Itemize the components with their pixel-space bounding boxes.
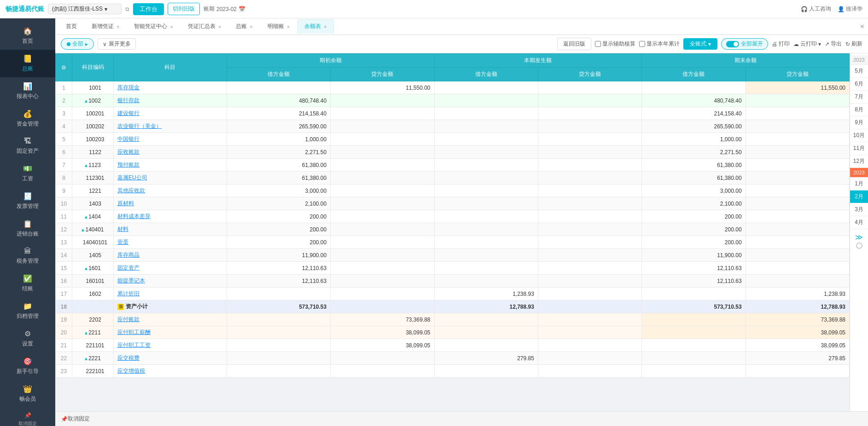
month-12[interactable]: 12月	[850, 155, 868, 168]
month-3[interactable]: 3月	[850, 203, 868, 216]
row-name[interactable]: 库存现金	[114, 81, 227, 94]
row-name[interactable]: 其他应收款	[114, 184, 227, 197]
tab-general-ledger-close[interactable]: ×	[250, 24, 252, 29]
amount-cell	[746, 197, 849, 210]
tab-detail-ledger[interactable]: 明细账 ×	[261, 19, 297, 34]
show-ytd-checkbox[interactable]: 显示本年累计	[639, 40, 680, 48]
sidebar-item-assets[interactable]: 🏗 固定资产	[0, 132, 55, 160]
row-name[interactable]: 农业银行（美金）	[114, 120, 227, 133]
month-4[interactable]: 4月	[850, 216, 868, 229]
style-button[interactable]: 全账式 ▾	[683, 38, 717, 50]
row-name[interactable]: 中国银行	[114, 133, 227, 146]
closing-debit-header: 借方金额	[642, 68, 746, 81]
month-9[interactable]: 9月	[850, 116, 868, 129]
month-10[interactable]: 10月	[850, 129, 868, 142]
settings-col-header[interactable]: ⚙	[56, 54, 72, 81]
toggle-expand-button[interactable]: 全部展开	[721, 38, 768, 50]
month-1[interactable]: 1月	[850, 178, 868, 190]
sidebar-item-funds[interactable]: 💰 资金管理	[0, 105, 55, 132]
sidebar-item-ledger[interactable]: 📒 总账	[0, 50, 55, 77]
row-name[interactable]: 原材料	[114, 197, 227, 210]
sidebar-item-archive[interactable]: 📁 归档管理	[0, 297, 55, 325]
row-code: 1405	[72, 249, 114, 262]
goback-button[interactable]: 返回旧版	[557, 38, 591, 50]
row-name[interactable]: 嘉属EU公司	[114, 172, 227, 184]
month-11[interactable]: 11月	[850, 142, 868, 155]
unpin-label[interactable]: 取消固定	[18, 420, 37, 426]
amount-cell	[746, 249, 849, 262]
tab-general-ledger[interactable]: 总账 ×	[229, 19, 259, 34]
row-code: 1221	[72, 184, 114, 197]
row-name[interactable]: 壹蛋	[114, 236, 227, 249]
copy-icon[interactable]: ⧉	[125, 6, 129, 12]
workbench-button[interactable]: 工作台	[133, 3, 164, 15]
row-name[interactable]: 应收账款	[114, 146, 227, 159]
row-name[interactable]: 材料成本差异	[114, 210, 227, 223]
row-name[interactable]: 固定资产	[114, 262, 227, 275]
sidebar-item-close[interactable]: ✅ 结账	[0, 270, 55, 297]
expand-right-icon[interactable]: ≫	[855, 233, 863, 242]
show-ytd-input[interactable]	[639, 41, 645, 47]
tab-new-voucher[interactable]: 新增凭证 ×	[85, 19, 126, 34]
show-aux-input[interactable]	[595, 41, 601, 47]
row-name[interactable]: 材料	[114, 223, 227, 236]
month-5[interactable]: 5月	[850, 65, 868, 78]
tab-bar-close[interactable]: ×	[860, 23, 864, 31]
tab-detail-ledger-close[interactable]: ×	[287, 24, 290, 29]
tab-home[interactable]: 首页	[59, 19, 84, 34]
show-aux-checkbox[interactable]: 显示辅助核算	[595, 40, 635, 48]
export-button[interactable]: ↗ 导出	[825, 40, 842, 48]
sidebar-item-invoice[interactable]: 🧾 发票管理	[0, 187, 55, 215]
amount-cell	[538, 107, 641, 120]
show-ytd-label: 显示本年累计	[647, 40, 680, 48]
tab-balance-sheet-close[interactable]: ×	[324, 24, 326, 29]
row-name[interactable]: 建设银行	[114, 107, 227, 120]
tab-voucher-summary-close[interactable]: ×	[218, 24, 221, 29]
row-name[interactable]: 库存商品	[114, 249, 227, 262]
cloud-print-button[interactable]: ☁ 云打印 ▾	[793, 40, 821, 48]
row-name[interactable]: 预付账款	[114, 159, 227, 172]
sidebar-item-reports[interactable]: 📊 报表中心	[0, 77, 55, 105]
row-name[interactable]: 应交税费	[114, 352, 227, 365]
amount-cell: 11,550.00	[746, 81, 849, 94]
row-name[interactable]: 应交增值税	[114, 365, 227, 378]
tab-balance-sheet[interactable]: 余额表 ×	[297, 19, 333, 34]
month-8[interactable]: 8月	[850, 104, 868, 116]
sidebar-item-salary[interactable]: 💵 工资	[0, 160, 55, 187]
tab-new-voucher-label: 新增凭证	[92, 23, 114, 30]
sidebar-item-purchase[interactable]: 📋 进销台账	[0, 215, 55, 242]
expand-more-button[interactable]: ∨ 展开更多	[98, 38, 136, 50]
row-name[interactable]: 应付职工工资	[114, 339, 227, 352]
row-name[interactable]: 能提墨记本	[114, 275, 227, 288]
tab-smart-voucher[interactable]: 智能凭证中心 ×	[127, 19, 180, 34]
unpin-bottom-label[interactable]: 取消固定	[68, 415, 90, 423]
filter-all-button[interactable]: 全部 ▸	[61, 38, 94, 50]
refresh-button[interactable]: ↻ 刷新	[845, 40, 862, 48]
row-name[interactable]: 累计折旧	[114, 288, 227, 300]
company-selector[interactable]: (勿副) 江西股佳-LSS ▾	[48, 4, 122, 14]
row-name[interactable]: 应付账款	[114, 313, 227, 326]
row-name[interactable]: ☰资产小计	[114, 300, 227, 313]
calendar-icon[interactable]: 📅	[239, 6, 245, 12]
tab-voucher-summary[interactable]: 凭证汇总表 ×	[181, 19, 228, 34]
sidebar-item-tax[interactable]: 🏛 税务管理	[0, 242, 55, 270]
amount-cell	[746, 223, 849, 236]
row-code: ▴1601	[72, 262, 114, 275]
month-2[interactable]: 2月	[850, 190, 868, 203]
sidebar-item-member[interactable]: 👑 畅会员	[0, 380, 55, 408]
amount-cell: 12,788.93	[434, 300, 538, 313]
consult-button[interactable]: 🎧 人工咨询	[801, 5, 831, 13]
print-button[interactable]: 🖨 打印	[772, 40, 790, 48]
sidebar-item-settings[interactable]: ⚙ 设置	[0, 325, 55, 352]
month-6[interactable]: 6月	[850, 78, 868, 91]
table-row: 101403原材料2,100.002,100.00	[56, 197, 850, 210]
sidebar-item-home[interactable]: 🏠 首页	[0, 22, 55, 50]
tab-smart-voucher-close[interactable]: ×	[170, 24, 173, 29]
row-name[interactable]: 银行存款	[114, 94, 227, 107]
switch-button[interactable]: 切到旧版	[168, 3, 200, 15]
tab-new-voucher-close[interactable]: ×	[117, 24, 119, 29]
month-7[interactable]: 7月	[850, 91, 868, 104]
row-name[interactable]: 应付职工薪酬	[114, 326, 227, 339]
user-avatar[interactable]: 👤 徐泽华	[838, 5, 862, 13]
sidebar-item-guide[interactable]: 🎯 新手引导	[0, 352, 55, 380]
